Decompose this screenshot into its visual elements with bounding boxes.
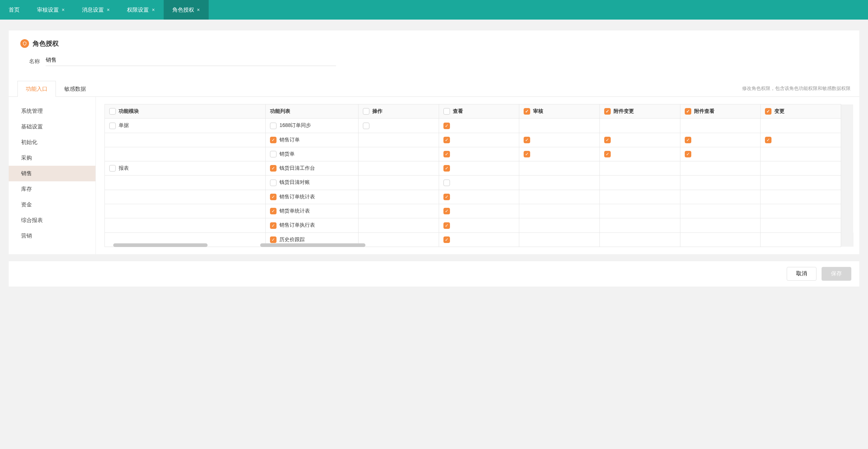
checkbox[interactable]: ✓ [524, 137, 530, 143]
name-value[interactable]: 销售 [46, 57, 336, 66]
cell-permission [599, 176, 680, 190]
checkbox[interactable]: ✓ [443, 236, 450, 243]
cell-permission: ✓ [680, 133, 761, 147]
column-header: 功能列表 [266, 104, 359, 119]
checkbox[interactable]: ✓ [270, 137, 277, 143]
checkbox[interactable] [363, 123, 369, 129]
v-scrollbar[interactable] [841, 190, 853, 204]
cell-permission [599, 218, 680, 232]
close-icon[interactable]: × [107, 7, 110, 13]
checkbox[interactable]: ✓ [443, 165, 450, 172]
permissions-table: 功能模块功能列表操作查看✓审核✓附件变更✓附件查看✓变更 单据1688订单同步✓… [105, 104, 853, 247]
table-row: 报表✓钱货日清工作台✓ [105, 161, 853, 176]
checkbox[interactable] [443, 180, 450, 186]
v-scrollbar[interactable] [841, 147, 853, 161]
cell-permission [359, 218, 439, 232]
top-tab[interactable]: 权限设置× [118, 0, 163, 20]
checkbox[interactable]: ✓ [270, 222, 277, 229]
checkbox[interactable] [363, 108, 369, 115]
cell-function: 销货单 [266, 147, 359, 161]
checkbox[interactable]: ✓ [765, 137, 771, 143]
checkbox[interactable]: ✓ [685, 108, 691, 115]
checkbox[interactable]: ✓ [685, 137, 691, 143]
permissions-table-wrap[interactable]: 功能模块功能列表操作查看✓审核✓附件变更✓附件查看✓变更 单据1688订单同步✓… [96, 97, 859, 254]
function-label: 销售订单执行表 [279, 222, 315, 228]
h-scrollbar-thumb[interactable] [113, 243, 208, 247]
checkbox[interactable]: ✓ [685, 151, 691, 157]
checkbox[interactable]: ✓ [604, 108, 611, 115]
sidebar-item[interactable]: 资金 [9, 197, 95, 213]
checkbox[interactable]: ✓ [443, 194, 450, 200]
sidebar-item[interactable]: 系统管理 [9, 103, 95, 119]
cell-permission [761, 161, 841, 176]
checkbox[interactable]: ✓ [443, 208, 450, 214]
v-scrollbar[interactable] [841, 204, 853, 218]
h-scrollbar-thumb[interactable] [260, 243, 365, 247]
sidebar-item[interactable]: 销售 [9, 166, 95, 181]
checkbox[interactable]: ✓ [443, 123, 450, 129]
column-header: ✓变更 [761, 104, 841, 119]
table-row: ✓销售订单统计表✓ [105, 190, 853, 204]
cell-module [105, 176, 266, 190]
v-scrollbar[interactable] [841, 119, 853, 133]
checkbox[interactable] [270, 151, 277, 157]
cell-module: 报表 [105, 161, 266, 176]
cell-permission: ✓ [439, 147, 519, 161]
table-row: 销货单✓✓✓✓ [105, 147, 853, 161]
checkbox[interactable]: ✓ [270, 194, 277, 200]
sub-tab[interactable]: 敏感数据 [56, 81, 94, 97]
sidebar-item[interactable]: 初始化 [9, 135, 95, 150]
top-tab[interactable]: 角色授权× [164, 0, 209, 20]
top-tab-label: 角色授权 [172, 7, 194, 13]
cell-module: 单据 [105, 119, 266, 133]
body-row: 系统管理基础设置初始化采购销售库存资金综合报表营销 功能模块功能列表操作查看✓审… [9, 97, 859, 254]
checkbox[interactable]: ✓ [524, 108, 530, 115]
top-tab-label: 权限设置 [127, 7, 149, 13]
cell-permission [761, 119, 841, 133]
checkbox[interactable]: ✓ [443, 137, 450, 143]
cell-permission [599, 119, 680, 133]
sidebar-item[interactable]: 基础设置 [9, 119, 95, 135]
cell-permission: ✓ [761, 133, 841, 147]
v-scrollbar[interactable] [841, 176, 853, 190]
save-button[interactable]: 保存 [822, 267, 851, 281]
sidebar-item[interactable]: 采购 [9, 150, 95, 166]
v-scrollbar[interactable] [841, 104, 853, 119]
sidebar-item[interactable]: 综合报表 [9, 213, 95, 228]
checkbox[interactable] [109, 108, 116, 115]
checkbox[interactable]: ✓ [270, 236, 277, 243]
checkbox[interactable] [443, 108, 450, 115]
top-tab[interactable]: 消息设置× [73, 0, 118, 20]
sub-tab[interactable]: 功能入口 [17, 81, 56, 97]
checkbox[interactable] [109, 123, 116, 129]
column-header-label: 功能列表 [270, 108, 290, 114]
checkbox[interactable] [270, 123, 277, 129]
checkbox[interactable]: ✓ [524, 151, 530, 157]
v-scrollbar[interactable] [841, 161, 853, 176]
h-scrollbar[interactable] [113, 243, 848, 247]
cell-permission [680, 190, 761, 204]
checkbox[interactable] [270, 180, 277, 186]
checkbox[interactable] [109, 165, 116, 172]
checkbox[interactable]: ✓ [270, 165, 277, 172]
checkbox[interactable]: ✓ [443, 151, 450, 157]
cell-permission: ✓ [439, 161, 519, 176]
v-scrollbar[interactable] [841, 218, 853, 232]
sub-tab-hint: 修改角色权限，包含该角色功能权限和敏感数据权限 [742, 85, 851, 92]
checkbox[interactable]: ✓ [604, 137, 611, 143]
v-scrollbar[interactable] [841, 133, 853, 147]
sidebar-item[interactable]: 库存 [9, 181, 95, 197]
checkbox[interactable]: ✓ [765, 108, 771, 115]
checkbox[interactable]: ✓ [604, 151, 611, 157]
checkbox[interactable]: ✓ [270, 208, 277, 214]
top-tab[interactable]: 首页 [0, 0, 28, 20]
cell-permission [359, 119, 439, 133]
close-icon[interactable]: × [62, 7, 65, 13]
close-icon[interactable]: × [197, 7, 200, 13]
close-icon[interactable]: × [152, 7, 155, 13]
function-label: 销货单 [279, 151, 295, 157]
checkbox[interactable]: ✓ [443, 222, 450, 229]
top-tab[interactable]: 审核设置× [28, 0, 73, 20]
cancel-button[interactable]: 取消 [787, 267, 816, 281]
sidebar-item[interactable]: 营销 [9, 228, 95, 244]
